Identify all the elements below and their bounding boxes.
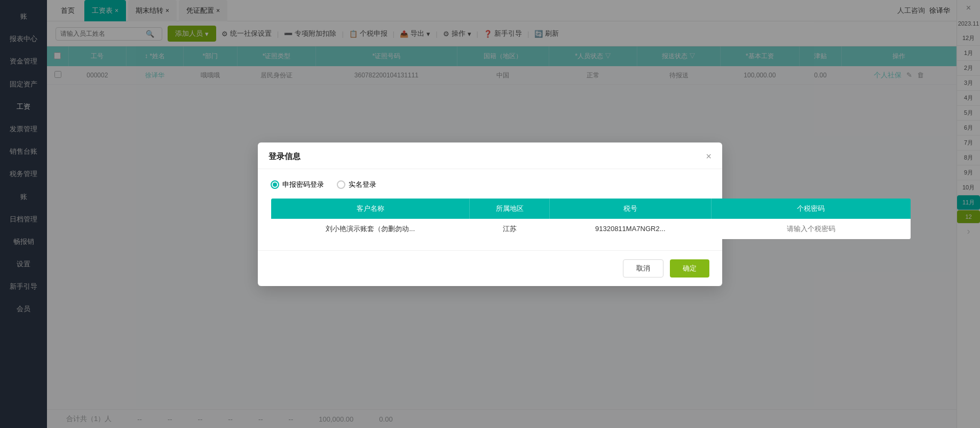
confirm-button[interactable]: 确定: [670, 259, 709, 278]
modal-footer: 取消 确定: [258, 250, 722, 286]
modal-th-client-name: 客户名称: [271, 198, 470, 219]
radio-realname-login-circle: [337, 180, 345, 189]
radio-realname-login-label: 实名登录: [349, 180, 376, 189]
modal-th-tax-no: 税号: [549, 198, 711, 219]
modal-cell-password[interactable]: [711, 219, 911, 240]
modal-title: 登录信息: [268, 152, 301, 162]
modal-th-password: 个税密码: [711, 198, 911, 219]
radio-password-login-label: 申报密码登录: [282, 180, 324, 189]
modal-header: 登录信息 ×: [258, 142, 722, 169]
modal-cell-client-name: 刘小艳演示账套（勿删勿动...: [271, 219, 470, 240]
modal-client-table: 客户名称 所属地区 税号 个税密码 刘小艳演示账套（勿删勿动... 江苏 913…: [271, 198, 911, 240]
radio-password-login-circle: [271, 180, 279, 189]
radio-realname-login[interactable]: 实名登录: [337, 180, 376, 189]
login-info-modal: 登录信息 × 申报密码登录 实名登录 客户名称 所属地区: [258, 142, 722, 286]
modal-table-row: 刘小艳演示账套（勿删勿动... 江苏 91320811MA7NGR2...: [271, 219, 911, 240]
modal-close-button[interactable]: ×: [706, 151, 712, 162]
modal-th-region: 所属地区: [470, 198, 550, 219]
modal-cell-tax-no: 91320811MA7NGR2...: [549, 219, 711, 240]
password-input[interactable]: [717, 225, 904, 233]
modal-overlay: 登录信息 × 申报密码登录 实名登录 客户名称 所属地区: [0, 0, 980, 428]
cancel-button[interactable]: 取消: [623, 259, 663, 278]
radio-password-login[interactable]: 申报密码登录: [271, 180, 324, 189]
modal-body: 申报密码登录 实名登录 客户名称 所属地区 税号 个税密码: [258, 169, 722, 250]
radio-group: 申报密码登录 实名登录: [271, 180, 709, 189]
modal-cell-region: 江苏: [470, 219, 550, 240]
